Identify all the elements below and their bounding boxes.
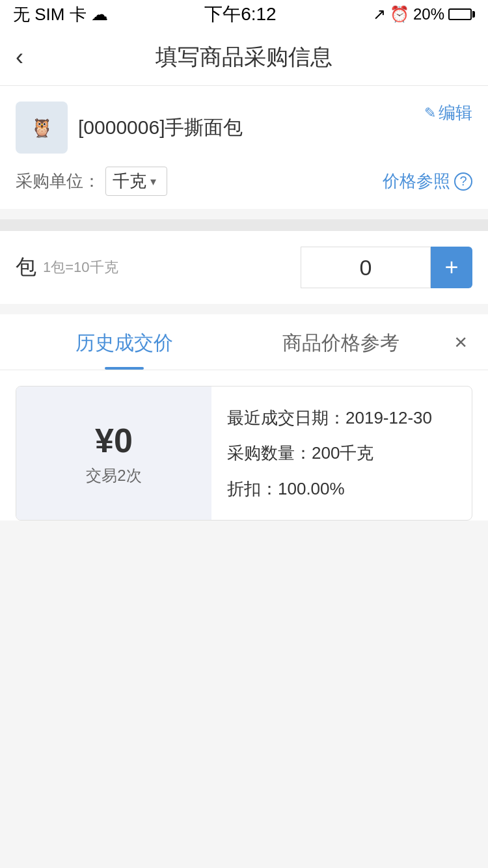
discount-row: 折扣：100.00%: [227, 477, 456, 500]
currency-symbol: ¥: [95, 422, 114, 459]
nav-bar: ‹ 填写商品采购信息: [0, 29, 488, 86]
product-row: 采购单位： 千克 ▾ 价格参照 ?: [16, 167, 472, 196]
price-value: ¥0: [95, 421, 133, 460]
tab-close-button[interactable]: ×: [449, 324, 472, 360]
tabs-container: 历史成交价 商品价格参考 × ¥0 交易2次 最近成交日期：2019-12-30…: [0, 314, 488, 521]
quantity-row: 采购数量：200千克: [227, 441, 456, 465]
recent-date-label: 最近成交日期：: [227, 408, 346, 427]
status-right: ↗ ⏰ 20%: [373, 5, 475, 23]
quantity-label: 包 1包=10千克: [16, 253, 118, 282]
quantity-detail-value: 200千克: [312, 443, 373, 463]
unit-select[interactable]: 千克 ▾: [105, 167, 167, 196]
product-thumbnail: 🦉: [16, 102, 68, 154]
tab-history-price[interactable]: 历史成交价: [16, 314, 232, 370]
sim-status: 无 SIM 卡 ☁: [13, 3, 108, 26]
price-card-right: 最近成交日期：2019-12-30 采购数量：200千克 折扣：100.00%: [211, 387, 472, 520]
page-title: 填写商品采购信息: [156, 42, 332, 72]
tab-price-reference[interactable]: 商品价格参考: [232, 314, 449, 370]
discount-value: 100.00%: [278, 479, 345, 498]
discount-label: 折扣：: [227, 479, 278, 498]
quantity-unit: 包: [16, 253, 36, 282]
purchase-unit: 采购单位： 千克 ▾: [16, 167, 167, 196]
quantity-conversion: 1包=10千克: [43, 258, 118, 277]
price-card: ¥0 交易2次 最近成交日期：2019-12-30 采购数量：200千克 折扣：…: [16, 386, 472, 521]
price-ref-label: 价格参照: [383, 170, 450, 193]
back-button[interactable]: ‹: [16, 44, 23, 71]
location-icon: ↗: [373, 5, 386, 23]
quantity-input[interactable]: 0: [301, 247, 431, 288]
empty-space: [0, 536, 488, 861]
edit-button[interactable]: ✎ 编辑: [424, 102, 472, 124]
status-left: 无 SIM 卡 ☁: [13, 3, 108, 26]
quantity-detail-label: 采购数量：: [227, 443, 312, 463]
quantity-plus-button[interactable]: +: [431, 247, 472, 288]
price-number: 0: [114, 422, 133, 459]
edit-icon: ✎: [424, 105, 436, 122]
price-reference-button[interactable]: 价格参照 ?: [383, 170, 472, 193]
section-divider: [0, 219, 488, 231]
chevron-down-icon: ▾: [150, 174, 156, 189]
quantity-section: 包 1包=10千克 0 +: [0, 231, 488, 304]
status-bar: 无 SIM 卡 ☁ 下午6:12 ↗ ⏰ 20%: [0, 0, 488, 29]
product-section: 🦉 [0000006]手撕面包 ✎ 编辑 采购单位： 千克 ▾ 价格参照 ?: [0, 86, 488, 209]
price-card-left: ¥0 交易2次: [16, 387, 211, 520]
product-left: 🦉 [0000006]手撕面包: [16, 102, 243, 154]
edit-label: 编辑: [439, 102, 472, 124]
recent-date-value: 2019-12-30: [346, 408, 432, 427]
quantity-control: 0 +: [301, 247, 472, 288]
battery-icon: [448, 8, 475, 20]
info-icon: ?: [454, 172, 472, 191]
unit-value: 千克: [113, 170, 146, 193]
thumbnail-icon: 🦉: [31, 117, 53, 139]
product-header: 🦉 [0000006]手撕面包 ✎ 编辑: [16, 102, 472, 154]
purchase-unit-label: 采购单位：: [16, 170, 100, 193]
transaction-count: 交易2次: [86, 465, 141, 486]
product-name: [0000006]手撕面包: [78, 115, 243, 141]
recent-date-row: 最近成交日期：2019-12-30: [227, 406, 456, 429]
tabs-header: 历史成交价 商品价格参考 ×: [0, 314, 488, 370]
alarm-icon: ⏰: [390, 5, 409, 23]
battery-percent: 20%: [413, 5, 444, 23]
status-time: 下午6:12: [204, 2, 277, 27]
